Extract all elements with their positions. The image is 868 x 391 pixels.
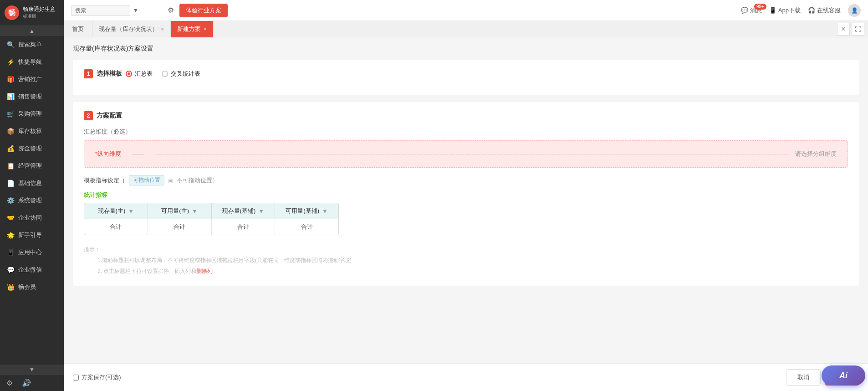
sidebar-item-system[interactable]: ⚙️ 系统管理: [0, 192, 64, 209]
sidebar-label-inventory: 库存核算: [18, 127, 42, 135]
sidebar-item-inventory[interactable]: 📦 库存核算: [0, 123, 64, 140]
stats-col-header-3[interactable]: 可用量(基辅)▼: [275, 203, 338, 219]
content-area: 现存量(库存状况表)方案设置 1 选择模板 汇总表 交叉统计表: [64, 37, 868, 363]
tab-inventory-status-close[interactable]: ×: [161, 26, 164, 32]
sidebar-item-search-menu[interactable]: 🔍 搜索菜单: [0, 36, 64, 53]
ai-float-button[interactable]: Ai: [822, 365, 865, 386]
sidebar-icon-purchase: 🛒: [6, 110, 15, 118]
page-title: 现存量(库存状况表)方案设置: [73, 45, 859, 53]
sidebar-icon-basic-info: 📄: [6, 179, 15, 187]
settings-gear-button[interactable]: ⚙: [168, 6, 174, 15]
sidebar-item-basic-info[interactable]: 📄 基础信息: [0, 175, 64, 192]
step1-title: 选择模板: [97, 70, 122, 78]
user-avatar[interactable]: 👤: [848, 4, 861, 17]
stats-col-header-0[interactable]: 现存量(主)▼: [84, 203, 148, 219]
step1-num: 1: [84, 69, 93, 78]
radio-summary-circle: [126, 71, 132, 77]
tab-home[interactable]: 首页: [64, 21, 92, 37]
app-logo-icon: 畅: [5, 5, 19, 20]
topbar: ▼ ⚙ 体验行业方案 💬 消息 99+ 📱 App下载 🎧 在线客服 👤: [64, 0, 868, 21]
experience-btn[interactable]: 体验行业方案: [179, 4, 228, 17]
app-download-button[interactable]: 📱 App下载: [769, 6, 801, 15]
sidebar-item-newbie[interactable]: 🌟 新手引导: [0, 226, 64, 244]
tips-section: 提示： 1.拖动标题栏可以调整布局，不可跨维度或指标区域拖拉栏目字段(只能在同一…: [84, 244, 848, 277]
sidebar-item-member[interactable]: 👑 畅会员: [0, 278, 64, 296]
dimension-area[interactable]: *纵向维度 —— 请选择分组维度: [84, 140, 848, 168]
search-input[interactable]: [71, 5, 130, 16]
col-dropdown-icon-3: ▼: [322, 208, 328, 215]
step2-num: 2: [84, 111, 93, 120]
tips-label: 提示：: [84, 246, 100, 252]
stats-col-header-2[interactable]: 现存量(基辅)▼: [212, 203, 276, 219]
radio-summary-label: 汇总表: [135, 70, 153, 78]
sidebar-icon-enterprise: 🤝: [6, 214, 15, 222]
sidebar-label-purchase: 采购管理: [18, 110, 42, 118]
ai-btn-label: Ai: [839, 371, 848, 381]
tabs-bar: 首页 现存量（库存状况表） × 新建方案 × × ⛶: [64, 21, 868, 37]
topbar-right: 💬 消息 99+ 📱 App下载 🎧 在线客服 👤: [741, 4, 861, 17]
cancel-button[interactable]: 取消: [786, 369, 821, 386]
col-dropdown-icon-1: ▼: [192, 208, 198, 215]
sidebar-icon-search-menu: 🔍: [6, 41, 15, 49]
movable-badge: 可拖动位置: [129, 175, 164, 185]
sidebar-icon-system: ⚙️: [6, 196, 15, 205]
sidebar-scroll-up[interactable]: ▲: [0, 26, 64, 36]
tab-new-scheme-close[interactable]: ×: [204, 26, 207, 32]
sidebar-icon-operation: 📋: [6, 162, 15, 170]
sidebar: 畅 畅康通好生意 标准版 ▲ 🔍 搜索菜单 ⚡ 快捷导航 🎁 营销推广 📊 销售…: [0, 0, 64, 391]
save-checkbox[interactable]: [73, 375, 79, 381]
sidebar-item-quick-nav[interactable]: ⚡ 快捷导航: [0, 53, 64, 71]
service-label: 在线客服: [817, 6, 841, 15]
search-dropdown-button[interactable]: ▼: [133, 7, 138, 14]
sidebar-item-wechat[interactable]: 💬 企业微信: [0, 261, 64, 278]
template-radio-group: 汇总表 交叉统计表: [126, 70, 200, 78]
dimension-placeholder-text: 请选择分组维度: [795, 150, 837, 158]
sidebar-label-member: 畅会员: [18, 283, 36, 291]
step1-card: 1 选择模板 汇总表 交叉统计表: [73, 60, 859, 95]
radio-option-summary[interactable]: 汇总表: [126, 70, 153, 78]
app-download-label: App下载: [778, 6, 801, 15]
sidebar-scroll-down[interactable]: ▼: [0, 365, 64, 375]
panel-expand-btn[interactable]: ⛶: [852, 23, 864, 36]
sidebar-label-app-center: 应用中心: [18, 248, 42, 257]
sidebar-item-app-center[interactable]: 📱 应用中心: [0, 244, 64, 261]
radio-option-cross[interactable]: 交叉统计表: [162, 70, 200, 78]
tab-new-scheme[interactable]: 新建方案 ×: [171, 21, 214, 37]
settings-bottom-icon[interactable]: ⚙: [6, 379, 13, 387]
sidebar-label-marketing: 营销推广: [18, 75, 42, 83]
dimension-dash: ——: [132, 151, 144, 158]
sidebar-item-sales[interactable]: 📊 销售管理: [0, 88, 64, 105]
sidebar-icon-app-center: 📱: [6, 248, 15, 257]
topbar-search-area: ▼: [71, 5, 162, 16]
sidebar-label-system: 系统管理: [18, 196, 42, 205]
sidebar-item-marketing[interactable]: 🎁 营销推广: [0, 71, 64, 88]
vertical-dimension-label: *纵向维度: [95, 150, 121, 158]
stats-cell-1: 合计: [148, 219, 212, 235]
tips-highlight: 删除列: [196, 268, 213, 274]
sidebar-icon-sales: 📊: [6, 93, 15, 101]
immovable-icon: ▣: [168, 177, 173, 184]
radio-cross-label: 交叉统计表: [171, 70, 200, 78]
tab-inventory-status-label: 现存量（库存状况表）: [99, 25, 158, 33]
sidebar-item-purchase[interactable]: 🛒 采购管理: [0, 105, 64, 123]
sidebar-label-wechat: 企业微信: [18, 266, 42, 274]
online-service-button[interactable]: 🎧 在线客服: [808, 6, 841, 15]
message-button[interactable]: 💬 消息 99+: [741, 6, 762, 15]
tab-inventory-status[interactable]: 现存量（库存状况表） ×: [92, 21, 171, 37]
col-label-2: 现存量(基辅): [222, 207, 256, 215]
speaker-bottom-icon[interactable]: 🔊: [22, 379, 31, 387]
col-label-1: 可用量(主): [161, 207, 189, 215]
panel-close-btn[interactable]: ×: [837, 23, 850, 36]
save-checkbox-label: 方案保存(可选): [82, 373, 121, 381]
main-area: ▼ ⚙ 体验行业方案 💬 消息 99+ 📱 App下载 🎧 在线客服 👤 首页: [64, 0, 868, 391]
sidebar-item-enterprise[interactable]: 🤝 企业协同: [0, 209, 64, 226]
stats-col-header-1[interactable]: 可用量(主)▼: [148, 203, 212, 219]
app-name: 畅康通好生意: [23, 6, 56, 13]
indicator-settings-row: 模板指标设定（ 可拖动位置 ▣ 不可拖动位置）: [84, 175, 848, 185]
sidebar-icon-member: 👑: [6, 283, 15, 291]
sidebar-item-operation[interactable]: 📋 经营管理: [0, 157, 64, 175]
sidebar-label-search-menu: 搜索菜单: [18, 41, 42, 49]
sidebar-icon-wechat: 💬: [6, 266, 15, 274]
stats-table-data-row: 合计合计合计合计: [84, 219, 338, 235]
sidebar-item-finance[interactable]: 💰 资金管理: [0, 140, 64, 157]
